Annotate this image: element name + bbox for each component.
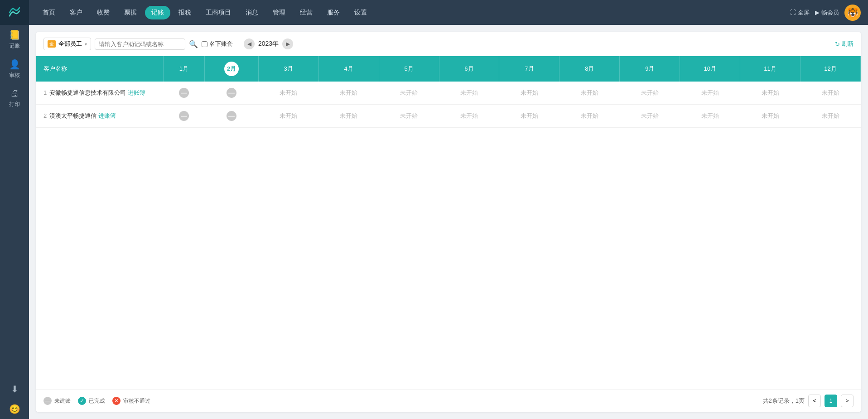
support-icon: 😊 bbox=[9, 404, 20, 414]
nav-messages[interactable]: 消息 bbox=[239, 6, 265, 19]
nav-bizitems[interactable]: 工商项目 bbox=[199, 6, 237, 19]
row-name: 安徽畅捷通信息技术有限公司 bbox=[49, 89, 126, 96]
refresh-button[interactable]: ↻ 刷新 bbox=[835, 40, 854, 48]
search-button[interactable]: 🔍 bbox=[189, 40, 198, 48]
year-nav: ◀ 2023年 ▶ bbox=[244, 39, 293, 49]
chevron-down-icon: ▾ bbox=[85, 42, 87, 47]
nav-home[interactable]: 首页 bbox=[36, 6, 62, 19]
page-1-button[interactable]: 1 bbox=[825, 395, 837, 407]
status-not-started: 未开始 bbox=[822, 89, 839, 96]
cell-m2: — bbox=[205, 105, 258, 128]
prev-page-button[interactable]: < bbox=[808, 395, 821, 407]
cell-name: 2漠澳太平畅捷通信 进账簿 bbox=[36, 105, 163, 128]
status-not-started: 未开始 bbox=[521, 112, 538, 119]
cell-m12: 未开始 bbox=[800, 82, 861, 105]
next-year-button[interactable]: ▶ bbox=[282, 39, 293, 49]
col-m9: 9月 bbox=[620, 56, 680, 82]
main-table: 客户名称 1月 2月 3月 4月 5月 6月 bbox=[36, 56, 861, 128]
nav-customer[interactable]: 客户 bbox=[63, 6, 89, 19]
legend-completed: ✓ 已完成 bbox=[78, 397, 105, 405]
row-name: 漠澳太平畅捷通信 bbox=[49, 112, 96, 119]
fullscreen-icon: ⛶ bbox=[790, 9, 796, 16]
col-m2: 2月 bbox=[205, 56, 258, 82]
cell-m11: 未开始 bbox=[740, 82, 800, 105]
cell-m8: 未开始 bbox=[559, 105, 620, 128]
status-not-started: 未开始 bbox=[822, 112, 839, 119]
cell-m4: 未开始 bbox=[318, 105, 379, 128]
status-not-started: 未开始 bbox=[340, 112, 357, 119]
col-m10: 10月 bbox=[680, 56, 740, 82]
fullscreen-button[interactable]: ⛶ 全屏 bbox=[790, 9, 810, 17]
status-not-built: — bbox=[227, 88, 236, 98]
account-checkbox[interactable] bbox=[202, 41, 207, 47]
download-icon: ⬇ bbox=[11, 384, 19, 395]
not-built-dot: — bbox=[43, 397, 52, 405]
col-m11: 11月 bbox=[740, 56, 800, 82]
nav-bookkeeping[interactable]: 记账 bbox=[145, 6, 170, 19]
status-not-started: 未开始 bbox=[521, 89, 538, 96]
completed-dot: ✓ bbox=[78, 397, 86, 405]
cell-m6: 未开始 bbox=[439, 105, 499, 128]
nav-tax[interactable]: 报税 bbox=[172, 6, 198, 19]
cell-m4: 未开始 bbox=[318, 82, 379, 105]
status-not-started: 未开始 bbox=[701, 89, 719, 96]
status-not-started: 未开始 bbox=[581, 89, 598, 96]
cell-m3: 未开始 bbox=[258, 82, 318, 105]
main-area: 首页 客户 收费 票据 记账 报税 工商项目 消息 管理 经营 服务 设置 ⛶ … bbox=[29, 0, 868, 419]
col-m4: 4月 bbox=[318, 56, 379, 82]
active-month-circle: 2月 bbox=[224, 62, 239, 76]
nav-invoice[interactable]: 票据 bbox=[118, 6, 143, 19]
checkbox-label[interactable]: 名下账套 bbox=[202, 40, 233, 48]
cell-m7: 未开始 bbox=[499, 82, 559, 105]
table-row: 1安徽畅捷通信息技术有限公司 进账簿——未开始未开始未开始未开始未开始未开始未开… bbox=[36, 82, 861, 105]
cell-m6: 未开始 bbox=[439, 82, 499, 105]
status-not-started: 未开始 bbox=[400, 89, 418, 96]
legend-not-built: — 未建账 bbox=[43, 397, 71, 405]
cell-m9: 未开始 bbox=[620, 82, 680, 105]
enter-ledger-link[interactable]: 进账簿 bbox=[128, 89, 145, 96]
cell-m5: 未开始 bbox=[379, 82, 439, 105]
status-not-started: 未开始 bbox=[581, 112, 598, 119]
next-page-button[interactable]: > bbox=[841, 395, 854, 407]
sidebar-item-support[interactable]: 😊 bbox=[0, 399, 29, 419]
status-not-started: 未开始 bbox=[280, 112, 297, 119]
employee-select[interactable]: 全 全部员工 ▾ bbox=[43, 38, 91, 50]
nav-services[interactable]: 服务 bbox=[321, 6, 346, 19]
status-not-started: 未开始 bbox=[641, 112, 659, 119]
bookkeeping-icon: 📒 bbox=[9, 29, 20, 40]
col-m1: 1月 bbox=[163, 56, 205, 82]
cell-name: 1安徽畅捷通信息技术有限公司 进账簿 bbox=[36, 82, 163, 105]
cell-m7: 未开始 bbox=[499, 105, 559, 128]
nav-operations[interactable]: 经营 bbox=[294, 6, 319, 19]
sidebar-item-print[interactable]: 🖨 打印 bbox=[0, 84, 29, 113]
row-number: 1 bbox=[43, 89, 47, 96]
rejected-label: 审核不通过 bbox=[123, 397, 150, 405]
not-built-label: 未建账 bbox=[54, 397, 71, 405]
sidebar-item-audit[interactable]: 👤 审核 bbox=[0, 54, 29, 84]
enter-ledger-link[interactable]: 进账簿 bbox=[98, 112, 116, 119]
prev-year-button[interactable]: ◀ bbox=[244, 39, 255, 49]
status-not-started: 未开始 bbox=[280, 89, 297, 96]
status-not-started: 未开始 bbox=[762, 112, 779, 119]
nav-management[interactable]: 管理 bbox=[266, 6, 292, 19]
vip-button[interactable]: ▶ 畅会员 bbox=[815, 9, 839, 17]
checkbox-text: 名下账套 bbox=[209, 40, 233, 48]
sidebar-item-download[interactable]: ⬇ bbox=[0, 379, 29, 399]
status-not-started: 未开始 bbox=[762, 89, 779, 96]
cell-m9: 未开始 bbox=[620, 105, 680, 128]
vip-icon: ▶ bbox=[815, 9, 820, 16]
avatar[interactable]: 🐯 bbox=[844, 5, 861, 21]
topbar-right: ⛶ 全屏 ▶ 畅会员 🐯 bbox=[790, 5, 861, 21]
cell-m12: 未开始 bbox=[800, 105, 861, 128]
nav-settings[interactable]: 设置 bbox=[348, 6, 373, 19]
row-number: 2 bbox=[43, 112, 47, 119]
year-display: 2023年 bbox=[258, 40, 279, 48]
audit-icon: 👤 bbox=[9, 59, 20, 70]
search-input[interactable] bbox=[95, 39, 185, 50]
table-row: 2漠澳太平畅捷通信 进账簿——未开始未开始未开始未开始未开始未开始未开始未开始未… bbox=[36, 105, 861, 128]
col-m3: 3月 bbox=[258, 56, 318, 82]
cell-m8: 未开始 bbox=[559, 82, 620, 105]
nav-billing[interactable]: 收费 bbox=[91, 6, 116, 19]
sidebar-item-bookkeeping[interactable]: 📒 记账 bbox=[0, 25, 29, 54]
print-icon: 🖨 bbox=[10, 88, 19, 99]
